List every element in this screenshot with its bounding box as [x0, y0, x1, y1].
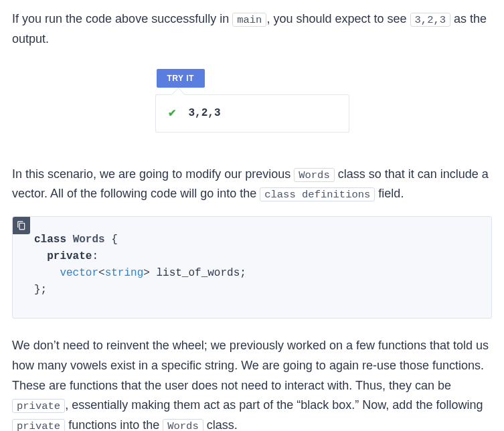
- code-token: list_of_words;: [150, 267, 246, 279]
- paragraph-intro: If you run the code above successfully i…: [12, 9, 492, 49]
- code-block: class Words { private: vector<string> li…: [12, 216, 492, 319]
- tryit-widget: TRY IT ✔ 3,2,3: [155, 68, 349, 132]
- code-token: >: [143, 267, 150, 279]
- inline-code-private1: private: [12, 399, 65, 413]
- text: class.: [203, 418, 238, 431]
- code-token: :: [92, 250, 98, 262]
- paragraph-scenario: In this scenario, we are going to modify…: [12, 165, 492, 204]
- inline-code-main: main: [232, 13, 266, 27]
- inline-code-words: Words: [294, 168, 335, 182]
- tryit-output-text: 3,2,3: [189, 104, 221, 122]
- text: In this scenario, we are going to modify…: [12, 167, 294, 181]
- check-icon: ✔: [168, 105, 177, 122]
- code-token: };: [34, 284, 47, 296]
- inline-code-words2: Words: [163, 419, 203, 431]
- code-token: <: [98, 267, 105, 279]
- paragraph-reuse: We don’t need to reinvent the wheel; we …: [12, 336, 492, 431]
- code-token: private: [47, 250, 92, 262]
- text: , you should expect to see: [266, 12, 410, 25]
- code-token: vector: [60, 267, 98, 279]
- text: If you run the code above successfully i…: [12, 12, 232, 25]
- inline-code-classdefs: class definitions: [260, 187, 375, 201]
- text: We don’t need to reinvent the wheel; we …: [12, 339, 489, 392]
- code-token: string: [105, 267, 144, 279]
- code-content: class Words { private: vector<string> li…: [34, 232, 477, 298]
- text: , essentially making them act as part of…: [65, 398, 483, 412]
- text: field.: [375, 187, 404, 200]
- inline-code-output: 3,2,3: [410, 13, 451, 27]
- code-token: Words: [73, 234, 105, 246]
- copy-icon[interactable]: [13, 217, 30, 234]
- tryit-result-bubble: ✔ 3,2,3: [155, 94, 349, 132]
- text: functions into the: [65, 418, 163, 431]
- inline-code-private2: private: [12, 419, 65, 431]
- code-token: class: [34, 234, 66, 246]
- try-it-button[interactable]: TRY IT: [157, 69, 205, 88]
- code-token: {: [105, 234, 118, 246]
